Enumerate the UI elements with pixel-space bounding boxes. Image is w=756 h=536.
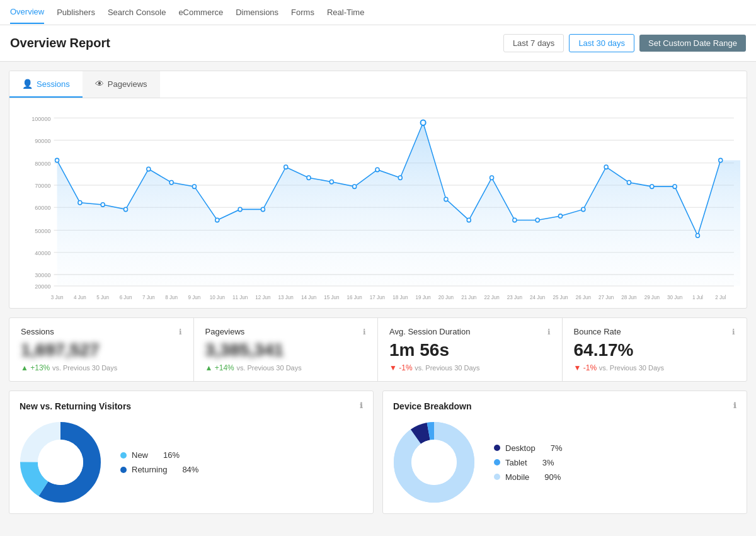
device-info-icon[interactable]: ℹ (733, 401, 736, 411)
tab-sessions-label: Sessions (37, 79, 70, 89)
visitors-card: New vs. Returning Visitors ℹ (9, 391, 374, 514)
stat-pageviews-change: ▲ +14% vs. Previous 30 Days (205, 363, 367, 372)
legend-desktop: Desktop 7% (494, 443, 563, 453)
device-donut-chart (393, 421, 475, 503)
svg-text:50000: 50000 (35, 228, 50, 234)
tab-sessions[interactable]: 👤 Sessions (9, 71, 83, 98)
svg-point-86 (411, 440, 457, 485)
legend-desktop-pct: 7% (551, 443, 563, 453)
pageviews-icon: 👁 (95, 79, 104, 89)
stat-pageviews-prev: vs. Previous 30 Days (236, 364, 301, 372)
stat-bounce-rate-change-value: ▼ -1% (574, 363, 597, 372)
nav-ecommerce[interactable]: eCommerce (178, 1, 223, 23)
main-content: 👤 Sessions 👁 Pageviews (0, 62, 756, 523)
device-donut-row: Desktop 7% Tablet 3% Mobile 90% (393, 421, 736, 503)
nav-search-console[interactable]: Search Console (108, 1, 166, 23)
stat-bounce-rate-label: Bounce Rate ℹ (574, 327, 736, 336)
svg-text:29 Jun: 29 Jun (644, 294, 660, 300)
stat-avg-duration-info-icon[interactable]: ℹ (547, 328, 551, 336)
svg-text:15 Jun: 15 Jun (324, 294, 340, 300)
svg-text:14 Jun: 14 Jun (301, 294, 317, 300)
svg-text:90000: 90000 (35, 138, 50, 144)
tab-pageviews[interactable]: 👁 Pageviews (83, 71, 160, 98)
svg-point-20 (101, 203, 105, 207)
svg-point-36 (467, 218, 471, 222)
svg-text:23 Jun: 23 Jun (507, 294, 523, 300)
svg-point-44 (650, 185, 654, 188)
svg-text:28 Jun: 28 Jun (621, 294, 637, 300)
chart-svg-wrapper: 100000 90000 80000 70000 60000 50000 400… (16, 105, 740, 308)
svg-text:30 Jun: 30 Jun (667, 294, 683, 300)
stat-avg-duration: Avg. Session Duration ℹ 1m 56s ▼ -1% vs.… (378, 318, 563, 381)
svg-text:30000: 30000 (35, 272, 50, 278)
legend-new-pct: 16% (163, 450, 180, 460)
legend-new: New 16% (120, 450, 198, 460)
stat-avg-duration-label: Avg. Session Duration ℹ (389, 327, 551, 336)
legend-tablet: Tablet 3% (494, 458, 563, 467)
svg-point-39 (536, 218, 539, 222)
svg-text:6 Jun: 6 Jun (120, 294, 132, 300)
svg-text:21 Jun: 21 Jun (461, 294, 477, 300)
svg-point-38 (513, 218, 517, 222)
svg-point-24 (192, 185, 196, 188)
svg-point-27 (261, 207, 265, 211)
svg-point-41 (581, 207, 585, 211)
stat-avg-duration-change-value: ▼ -1% (389, 363, 413, 372)
svg-text:5 Jun: 5 Jun (96, 294, 109, 300)
custom-date-range-button[interactable]: Set Custom Date Range (639, 35, 746, 52)
svg-text:2 Jul: 2 Jul (715, 294, 726, 300)
svg-point-18 (55, 158, 59, 162)
visitors-donut-chart (20, 421, 101, 503)
svg-text:11 Jun: 11 Jun (232, 294, 248, 300)
last-30-days-button[interactable]: Last 30 days (569, 34, 634, 52)
legend-mobile-dot (494, 474, 500, 480)
stat-sessions-prev: vs. Previous 30 Days (52, 364, 117, 372)
legend-tablet-dot (494, 459, 500, 465)
chart-tabs: 👤 Sessions 👁 Pageviews (9, 71, 747, 98)
svg-point-81 (38, 440, 83, 485)
stat-pageviews-info-icon[interactable]: ℹ (363, 328, 366, 336)
sessions-icon: 👤 (22, 79, 33, 89)
svg-text:10 Jun: 10 Jun (210, 294, 226, 300)
svg-text:25 Jun: 25 Jun (553, 294, 568, 300)
stat-sessions-info-icon[interactable]: ℹ (179, 328, 182, 336)
nav-publishers[interactable]: Publishers (57, 1, 95, 23)
svg-text:26 Jun: 26 Jun (576, 294, 592, 300)
svg-point-34 (421, 120, 426, 126)
svg-point-28 (284, 165, 288, 169)
device-card: Device Breakdown ℹ (382, 391, 747, 514)
svg-text:7 Jun: 7 Jun (142, 294, 155, 300)
last-7-days-button[interactable]: Last 7 days (503, 34, 564, 52)
svg-point-37 (490, 176, 494, 180)
stats-row: Sessions ℹ 1,697,527 ▲ +13% vs. Previous… (9, 317, 747, 382)
svg-point-46 (696, 234, 699, 237)
svg-point-45 (673, 185, 677, 188)
svg-point-43 (627, 181, 631, 185)
svg-text:22 Jun: 22 Jun (484, 294, 500, 300)
svg-point-33 (398, 176, 402, 180)
visitors-donut-row: New 16% Returning 84% (20, 421, 363, 503)
nav-realtime[interactable]: Real-Time (327, 1, 364, 23)
stat-avg-duration-value: 1m 56s (389, 340, 551, 360)
stat-pageviews-value: 3,385,341 (205, 340, 367, 360)
legend-desktop-label: Desktop (505, 443, 536, 453)
svg-point-32 (375, 168, 379, 171)
legend-returning-pct: 84% (182, 465, 198, 474)
svg-point-29 (307, 176, 311, 180)
stat-bounce-rate-value: 64.17% (574, 340, 736, 360)
svg-text:70000: 70000 (35, 183, 50, 189)
nav-dimensions[interactable]: Dimensions (236, 1, 278, 23)
stat-bounce-rate-info-icon[interactable]: ℹ (732, 328, 735, 336)
nav-forms[interactable]: Forms (291, 1, 314, 23)
svg-text:20 Jun: 20 Jun (438, 294, 454, 300)
visitors-info-icon[interactable]: ℹ (360, 401, 363, 411)
chart-body: 100000 90000 80000 70000 60000 50000 400… (9, 98, 747, 308)
legend-mobile: Mobile 90% (494, 472, 563, 482)
svg-text:17 Jun: 17 Jun (370, 294, 386, 300)
svg-text:12 Jun: 12 Jun (255, 294, 271, 300)
stat-bounce-rate-change: ▼ -1% vs. Previous 30 Days (574, 363, 736, 372)
stat-pageviews-change-value: ▲ +14% (205, 363, 234, 372)
svg-point-35 (444, 197, 448, 201)
nav-overview[interactable]: Overview (10, 1, 44, 24)
legend-returning-dot (120, 467, 127, 473)
